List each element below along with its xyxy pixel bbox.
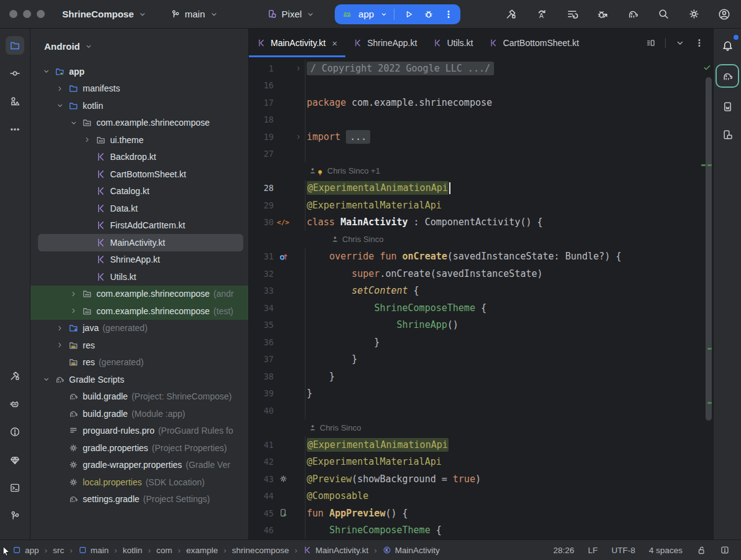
branch-selector[interactable]: main xyxy=(170,9,218,19)
scrollbar-thumb[interactable] xyxy=(706,77,712,421)
settings-button[interactable] xyxy=(687,7,701,21)
code-author-inlay[interactable]: Chris Sinco +1 xyxy=(309,166,380,177)
build-button[interactable] xyxy=(504,7,518,21)
tree-item-res[interactable]: res xyxy=(30,337,248,354)
markup-icon[interactable]: </> xyxy=(274,218,292,226)
status-widget-lf[interactable]: LF xyxy=(588,546,598,555)
project-selector[interactable]: ShrineCompose xyxy=(62,9,147,19)
running-devices-button[interactable] xyxy=(718,125,737,144)
chevron-down-icon[interactable] xyxy=(39,375,53,383)
logcat-tool-button[interactable] xyxy=(6,394,24,413)
tree-item-java[interactable]: java(generated) xyxy=(30,320,248,337)
tab-mainactivity-kt[interactable]: MainActivity.kt× xyxy=(249,29,345,57)
code-line-35[interactable]: 35 ShrineApp() xyxy=(249,317,703,334)
code-line-37[interactable]: 37 } xyxy=(249,351,703,368)
code-author-inlay[interactable]: Chris Sinco xyxy=(331,235,383,244)
run-config-name[interactable]: app xyxy=(358,9,374,19)
notifications-button[interactable] xyxy=(718,36,737,55)
build-tool-button[interactable] xyxy=(6,366,24,385)
more-tools-button[interactable] xyxy=(6,120,24,139)
inspections-ok-icon[interactable] xyxy=(703,63,711,72)
code-line-28[interactable]: 28@ExperimentalAnimationApi xyxy=(249,180,703,197)
breadcrumb-item-kotlin[interactable]: kotlin xyxy=(123,546,142,555)
problems-tool-button[interactable] xyxy=(6,422,24,441)
breadcrumb-item-src[interactable]: src xyxy=(53,546,64,555)
code-line-1[interactable]: 1/ Copyright 2022 Google LLC .../ xyxy=(249,60,703,77)
code-line-19[interactable]: 19import ... xyxy=(249,128,703,146)
status-widget-28-26[interactable]: 28:26 xyxy=(553,546,574,555)
commit-tool-button[interactable] xyxy=(6,64,24,83)
tree-item-gradle-scripts[interactable]: Gradle Scripts xyxy=(30,371,248,388)
project-view-selector[interactable]: Android xyxy=(30,37,248,55)
code-line-39[interactable]: 39} xyxy=(249,385,703,403)
tab-list-button[interactable] xyxy=(646,38,656,48)
chevron-right-icon[interactable] xyxy=(53,341,67,349)
gradle-sync-button[interactable] xyxy=(626,7,640,21)
code-line-36[interactable]: 36 } xyxy=(249,334,703,351)
run-more-button[interactable] xyxy=(440,6,457,22)
chevron-right-icon[interactable] xyxy=(80,136,94,144)
chevron-right-icon[interactable] xyxy=(53,324,67,332)
code-line-38[interactable]: 38 } xyxy=(249,368,703,385)
code-line-17[interactable]: 17package com.example.shrinecompose xyxy=(249,94,703,111)
gear-mini-icon[interactable] xyxy=(274,474,292,483)
status-widget-4-spaces[interactable]: 4 spaces xyxy=(649,546,683,555)
version-control-button[interactable] xyxy=(6,506,24,525)
code-line-18[interactable]: 18 xyxy=(249,111,703,129)
zoom-window-button[interactable] xyxy=(37,10,45,18)
terminal-tool-button[interactable] xyxy=(6,478,24,497)
editor-options-button[interactable] xyxy=(694,38,704,48)
fold-chevron-icon[interactable] xyxy=(292,65,305,72)
event-log-button[interactable] xyxy=(720,545,730,555)
code-line-44[interactable]: 44@Composable xyxy=(249,488,703,505)
tab-shrineapp-kt[interactable]: ShrineApp.kt xyxy=(345,29,425,57)
code-line-30[interactable]: 30</>class MainActivity : ComponentActiv… xyxy=(249,214,703,231)
hidden-tabs-button[interactable] xyxy=(675,38,685,48)
gradle-tool-button[interactable] xyxy=(715,64,739,88)
breadcrumb-item-mainactivity-kt[interactable]: MainActivity.kt xyxy=(303,546,368,555)
code-line-41[interactable]: 41@ExperimentalAnimationApi xyxy=(249,436,703,454)
debug-button[interactable] xyxy=(421,6,437,22)
tree-item-com-example-shrinecompose[interactable]: com.example.shrinecompose xyxy=(30,114,248,132)
tree-item-proguard-rules-pro[interactable]: proguard-rules.pro(ProGuard Rules fo xyxy=(30,422,248,440)
tree-item-utils-kt[interactable]: Utils.kt xyxy=(30,268,248,286)
tab-cartbottomsheet-kt[interactable]: CartBottomSheet.kt xyxy=(481,29,587,57)
tree-item-kotlin[interactable]: kotlin xyxy=(30,97,248,114)
tree-item-manifests[interactable]: manifests xyxy=(30,80,248,98)
tree-item-catalog-kt[interactable]: Catalog.kt xyxy=(30,183,248,200)
fold-chevron-icon[interactable] xyxy=(292,133,305,141)
tree-item-shrineapp-kt[interactable]: ShrineApp.kt xyxy=(30,251,248,269)
device-selector[interactable]: Pixel xyxy=(267,9,315,19)
tree-item-build-gradle[interactable]: build.gradle(Module :app) xyxy=(30,405,248,422)
tree-item-res[interactable]: res(generated) xyxy=(30,354,248,371)
chevron-down-icon[interactable] xyxy=(53,101,67,110)
breadcrumb-item-main[interactable]: main xyxy=(78,546,109,555)
tree-item-settings-gradle[interactable]: settings.gradle(Project Settings) xyxy=(30,491,248,508)
code-line-31[interactable]: 31 override fun onCreate(savedInstanceSt… xyxy=(249,248,703,266)
code-line-32[interactable]: 32 super.onCreate(savedInstanceState) xyxy=(249,265,703,282)
chevron-right-icon[interactable] xyxy=(53,85,67,93)
tree-item-build-gradle[interactable]: build.gradle(Project: ShrineCompose) xyxy=(30,388,248,406)
tree-item-firstaddcartitem-kt[interactable]: FirstAddCartItem.kt xyxy=(30,217,248,235)
close-window-button[interactable] xyxy=(9,10,17,18)
attach-debugger-button[interactable] xyxy=(595,7,609,21)
code-line-40[interactable]: 40 xyxy=(249,402,703,419)
device-manager-button[interactable] xyxy=(718,97,737,116)
compose-preview-icon[interactable] xyxy=(274,508,292,518)
tree-item-local-properties[interactable]: local.properties(SDK Location) xyxy=(30,474,248,491)
tree-item-com-example-shrinecompose[interactable]: com.example.shrinecompose(andr xyxy=(30,286,248,303)
run-button[interactable] xyxy=(401,6,417,22)
tree-item-data-kt[interactable]: Data.kt xyxy=(30,200,248,217)
override-icon[interactable] xyxy=(274,252,292,261)
tree-item-mainactivity-kt[interactable]: MainActivity.kt xyxy=(30,234,248,251)
tree-item-backdrop-kt[interactable]: Backdrop.kt xyxy=(30,149,248,166)
code-line-34[interactable]: 34 ShrineComposeTheme { xyxy=(249,299,703,317)
chevron-down-icon[interactable] xyxy=(380,11,388,18)
tree-item-com-example-shrinecompose[interactable]: com.example.shrinecompose(test) xyxy=(30,302,248,320)
code-line-29[interactable]: 29@ExperimentalMaterialApi xyxy=(249,197,703,214)
search-everywhere-button[interactable] xyxy=(656,7,670,21)
status-widget-utf-8[interactable]: UTF-8 xyxy=(612,546,635,555)
readonly-toggle[interactable] xyxy=(696,545,706,555)
project-tool-button[interactable] xyxy=(6,36,24,55)
tab-utils-kt[interactable]: Utils.kt xyxy=(425,29,481,57)
